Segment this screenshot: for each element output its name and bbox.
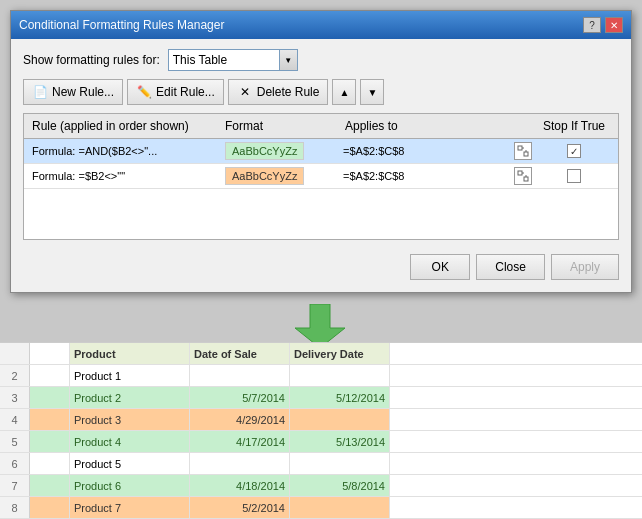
rules-table-header: Rule (applied in order shown) Format App… xyxy=(24,114,618,139)
dialog-title: Conditional Formatting Rules Manager xyxy=(19,18,224,32)
sheet-header-row: Product Date of Sale Delivery Date xyxy=(0,343,642,365)
cell-product: Product 3 xyxy=(70,409,190,430)
list-item: 8 Product 7 5/2/2014 xyxy=(0,497,642,519)
new-rule-icon: 📄 xyxy=(32,84,48,100)
format-column-header: Format xyxy=(221,117,341,135)
cell-delivery-date: 5/12/2014 xyxy=(290,387,390,408)
dropdown-arrow[interactable]: ▼ xyxy=(279,50,297,70)
show-rules-dropdown[interactable]: This Table ▼ xyxy=(168,49,298,71)
header-date-of-sale: Date of Sale xyxy=(190,343,290,364)
rules-table-body: Formula: =AND($B2<>"... AaBbCcYyZz =$A$2… xyxy=(24,139,618,239)
cell-product: Product 6 xyxy=(70,475,190,496)
delete-rule-button[interactable]: ✕ Delete Rule xyxy=(228,79,329,105)
extra-col-a xyxy=(30,343,70,364)
apply-button[interactable]: Apply xyxy=(551,254,619,280)
list-item: 3 Product 2 5/7/2014 5/12/2014 xyxy=(0,387,642,409)
stop-if-true-cell-1 xyxy=(534,144,614,158)
bottom-buttons-row: OK Close Apply xyxy=(23,250,619,280)
show-rules-row: Show formatting rules for: This Table ▼ xyxy=(23,49,619,71)
stop-if-true-checkbox-2[interactable] xyxy=(567,169,581,183)
row-number: 3 xyxy=(0,387,30,408)
table-row[interactable]: Formula: =$B2<>"" AaBbCcYyZz =$A$2:$C$8 xyxy=(24,164,618,189)
cell-delivery-date xyxy=(290,365,390,386)
move-down-button[interactable]: ▼ xyxy=(360,79,384,105)
extra-col-a xyxy=(30,409,70,430)
rule-formula-2: Formula: =$B2<>"" xyxy=(28,168,221,184)
edit-rule-icon: ✏️ xyxy=(136,84,152,100)
range-picker-button-2[interactable] xyxy=(514,167,532,185)
conditional-formatting-dialog: Conditional Formatting Rules Manager ? ✕… xyxy=(10,10,632,293)
table-row[interactable]: Formula: =AND($B2<>"... AaBbCcYyZz =$A$2… xyxy=(24,139,618,164)
extra-col-a xyxy=(30,475,70,496)
cell-date-of-sale: 5/7/2014 xyxy=(190,387,290,408)
rules-table: Rule (applied in order shown) Format App… xyxy=(23,113,619,240)
list-item: 6 Product 5 xyxy=(0,453,642,475)
rule-applies-to-2: =$A$2:$C$8 xyxy=(341,167,534,185)
row-number: 8 xyxy=(0,497,30,518)
edit-rule-button[interactable]: ✏️ Edit Rule... xyxy=(127,79,224,105)
cell-product: Product 1 xyxy=(70,365,190,386)
dialog-body: Show formatting rules for: This Table ▼ … xyxy=(11,39,631,292)
cell-delivery-date xyxy=(290,497,390,518)
cell-product: Product 4 xyxy=(70,431,190,452)
svg-rect-4 xyxy=(518,171,522,175)
dialog-close-button[interactable]: ✕ xyxy=(605,17,623,33)
rule-applies-to-1: =$A$2:$C$8 xyxy=(341,142,534,160)
stop-if-true-checkbox-1[interactable] xyxy=(567,144,581,158)
svg-rect-5 xyxy=(524,177,528,181)
sheet-grid: Product Date of Sale Delivery Date 2 Pro… xyxy=(0,343,642,519)
cell-date-of-sale: 4/18/2014 xyxy=(190,475,290,496)
extra-col-a xyxy=(30,365,70,386)
row-number: 4 xyxy=(0,409,30,430)
list-item: 5 Product 4 4/17/2014 5/13/2014 xyxy=(0,431,642,453)
row-number: 6 xyxy=(0,453,30,474)
extra-col-a xyxy=(30,387,70,408)
rule-format-preview-1: AaBbCcYyZz xyxy=(225,142,304,160)
extra-col-a xyxy=(30,453,70,474)
delete-rule-icon: ✕ xyxy=(237,84,253,100)
cell-date-of-sale: 4/17/2014 xyxy=(190,431,290,452)
cell-product: Product 7 xyxy=(70,497,190,518)
move-up-button[interactable]: ▲ xyxy=(332,79,356,105)
cell-delivery-date: 5/13/2014 xyxy=(290,431,390,452)
list-item: 4 Product 3 4/29/2014 xyxy=(0,409,642,431)
cell-product: Product 5 xyxy=(70,453,190,474)
cell-delivery-date xyxy=(290,409,390,430)
row-number: 5 xyxy=(0,431,30,452)
ok-button[interactable]: OK xyxy=(410,254,470,280)
header-product: Product xyxy=(70,343,190,364)
list-item: 2 Product 1 xyxy=(0,365,642,387)
extra-col-a xyxy=(30,431,70,452)
cell-delivery-date: 5/8/2014 xyxy=(290,475,390,496)
svg-rect-1 xyxy=(524,152,528,156)
dialog-titlebar: Conditional Formatting Rules Manager ? ✕ xyxy=(11,11,631,39)
applies-to-column-header: Applies to xyxy=(341,117,534,135)
stop-if-true-column-header: Stop If True xyxy=(534,117,614,135)
show-rules-label: Show formatting rules for: xyxy=(23,53,160,67)
range-picker-button-1[interactable] xyxy=(514,142,532,160)
cell-product: Product 2 xyxy=(70,387,190,408)
row-number: 7 xyxy=(0,475,30,496)
rule-format-preview-2: AaBbCcYyZz xyxy=(225,167,304,185)
empty-table-space xyxy=(24,189,618,239)
new-rule-button[interactable]: 📄 New Rule... xyxy=(23,79,123,105)
list-item: 7 Product 6 4/18/2014 5/8/2014 xyxy=(0,475,642,497)
toolbar-row: 📄 New Rule... ✏️ Edit Rule... ✕ Delete R… xyxy=(23,79,619,105)
spreadsheet-area: Product Date of Sale Delivery Date 2 Pro… xyxy=(0,342,642,519)
rule-formula-1: Formula: =AND($B2<>"... xyxy=(28,143,221,159)
rule-column-header: Rule (applied in order shown) xyxy=(28,117,221,135)
titlebar-controls: ? ✕ xyxy=(583,17,623,33)
cell-delivery-date xyxy=(290,453,390,474)
help-button[interactable]: ? xyxy=(583,17,601,33)
row-number: 2 xyxy=(0,365,30,386)
cell-date-of-sale: 4/29/2014 xyxy=(190,409,290,430)
dropdown-value: This Table xyxy=(169,53,279,67)
extra-col-a xyxy=(30,497,70,518)
header-delivery-date: Delivery Date xyxy=(290,343,390,364)
cell-date-of-sale: 5/2/2014 xyxy=(190,497,290,518)
stop-if-true-cell-2 xyxy=(534,169,614,183)
close-button[interactable]: Close xyxy=(476,254,545,280)
svg-rect-0 xyxy=(518,146,522,150)
cell-date-of-sale xyxy=(190,365,290,386)
row-number xyxy=(0,343,30,364)
